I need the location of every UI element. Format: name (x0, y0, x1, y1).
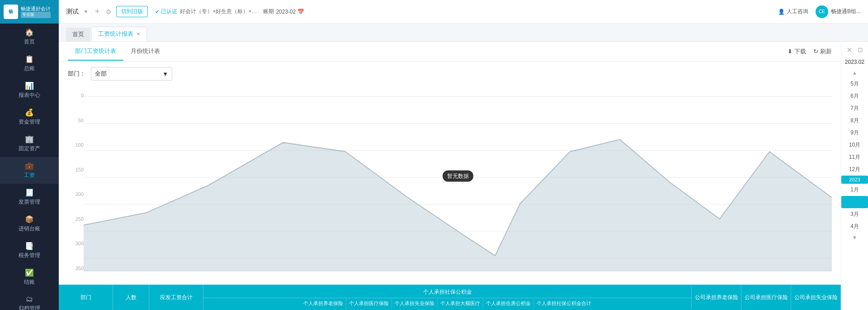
sidebar-item-fund-management[interactable]: 💰 资金管理 (0, 104, 59, 130)
month-nav-down-icon[interactable]: ▼ (850, 233, 859, 243)
download-icon: ⬇ (788, 48, 793, 55)
ledger-icon: 📋 (25, 55, 34, 63)
subtabs-left: 部门工资统计表 月份统计表 (68, 43, 167, 61)
tab-close-icon[interactable]: ✕ (136, 31, 140, 37)
settlement-icon: ✅ (25, 268, 34, 277)
invoice-icon: 🧾 (25, 188, 34, 197)
help-icon: 👤 (778, 9, 785, 15)
y-label-50: 50 (68, 118, 84, 123)
report-icon: 📊 (25, 81, 34, 90)
home-icon: 🏠 (25, 28, 34, 37)
tab-salary-report[interactable]: 工资统计报表 ✕ (91, 27, 147, 41)
certified-badge: ✔ 已认证 (155, 8, 177, 15)
month-4[interactable]: 4月 (841, 220, 868, 233)
y-label-300: 300 (68, 241, 84, 246)
dept-select[interactable]: 全部 ▼ (91, 67, 172, 81)
project-name: 测试 (66, 8, 79, 16)
period-info: 账期 2023-02 📅 (263, 8, 304, 15)
avatar: CE (816, 5, 828, 18)
month-2[interactable]: 2月 (841, 196, 868, 208)
month-10[interactable]: 10月 (841, 139, 868, 151)
sidebar-item-archive[interactable]: 🗂 归档管理 (0, 291, 59, 310)
user-menu[interactable]: CE 畅捷通B组... (816, 5, 861, 18)
month-9[interactable]: 9月 (841, 127, 868, 139)
month-11[interactable]: 11月 (841, 151, 868, 163)
right-panel: ✕ ⊡ 2023.02 ▲ 5月 6月 7月 8月 9月 10月 11月 12月… (841, 42, 868, 310)
subtabs-right: ⬇ 下载 ↻ 刷新 (788, 48, 832, 56)
th-total-salary: 应发工资合计 (149, 285, 203, 310)
settings-gear-icon[interactable]: ⚙ (106, 8, 112, 15)
table-header: 部门 人数 应发工资合计 个人承担社保公积金 个人承担养老保险 个人承担医疗 (59, 285, 841, 310)
add-project-button[interactable]: + (93, 6, 102, 17)
th-group-title: 个人承担社保公积金 (203, 286, 691, 298)
subtab-dept-salary[interactable]: 部门工资统计表 (68, 43, 123, 61)
month-7[interactable]: 7月 (841, 102, 868, 114)
month-nav-up-icon[interactable]: ▲ (850, 68, 859, 78)
filter-row: 部门： 全部 ▼ (59, 62, 841, 86)
certified-icon: ✔ (155, 9, 160, 15)
chart-body: 暂无数据 (84, 91, 832, 280)
sidebar-item-salary[interactable]: 💼 工资 (0, 157, 59, 184)
y-label-250: 250 (68, 216, 84, 222)
th-personal-pension: 个人承担养老保险 (301, 298, 346, 309)
th-personal-medical: 个人承担医疗保险 (346, 298, 392, 309)
sidebar-item-fixed-assets[interactable]: 🏢 固定资产 (0, 130, 59, 157)
sidebar-item-invoice[interactable]: 🧾 发票管理 (0, 184, 59, 210)
content-area: 部门工资统计表 月份统计表 ⬇ 下载 ↻ 刷新 (59, 42, 868, 310)
th-company-pension: 公司承担养老保险 (692, 285, 741, 310)
main-area: 测试 ▼ + ⚙ 切到旧版 ✔ 已认证 好会计（专）+好生意（标）+… 账期 2… (59, 0, 868, 310)
y-label-350: 350 (68, 266, 84, 271)
calendar-icon[interactable]: 📅 (297, 9, 304, 15)
year-2023[interactable]: 2023 (841, 176, 868, 184)
tab-home[interactable]: 首页 (66, 28, 90, 41)
topbar-badges: ✔ 已认证 好会计（专）+好生意（标）+… (155, 8, 257, 15)
th-dept: 部门 (59, 285, 113, 310)
sidebar-item-purchase-ledger[interactable]: 📦 进销台账 (0, 210, 59, 237)
logo-text: 畅捷通好会计 专业版 (21, 5, 51, 18)
month-12[interactable]: 12月 (841, 163, 868, 176)
sidebar-item-settlement[interactable]: ✅ 结账 (0, 264, 59, 291)
year-label: 2023.02 (845, 59, 864, 65)
month-5[interactable]: 5月 (841, 78, 868, 90)
refresh-icon: ↻ (813, 48, 818, 55)
th-company-unemployment: 公司承担失业保险 (791, 285, 841, 310)
chart-wrapper: 350 300 250 200 150 100 50 0 (68, 91, 832, 280)
y-axis: 350 300 250 200 150 100 50 0 (68, 91, 84, 280)
subtab-monthly-salary[interactable]: 月份统计表 (123, 43, 167, 61)
download-button[interactable]: ⬇ 下载 (788, 48, 806, 56)
th-personal-housing-fund: 个人承担住房公积金 (483, 298, 534, 309)
fund-icon: 💰 (25, 108, 34, 117)
sidebar-item-general-ledger[interactable]: 📋 总账 (0, 50, 59, 77)
th-count: 人数 (113, 285, 149, 310)
refresh-button[interactable]: ↻ 刷新 (813, 48, 832, 56)
panel-close-icon[interactable]: ✕ (846, 45, 853, 54)
month-6[interactable]: 6月 (841, 90, 868, 102)
th-personal-unemployment: 个人承担失业保险 (392, 298, 438, 309)
sidebar-item-tax[interactable]: 📑 税务管理 (0, 237, 59, 264)
chart-svg (84, 91, 832, 280)
th-group-personal: 个人承担社保公积金 个人承担养老保险 个人承担医疗保险 个人承担失业保险 个人承… (203, 286, 692, 309)
month-8[interactable]: 8月 (841, 114, 868, 127)
th-personal-total: 个人承担社保公积金合计 (534, 298, 594, 309)
dept-filter-label: 部门： (68, 70, 85, 78)
month-nav: ▲ 5月 6月 7月 8月 9月 10月 11月 12月 2023 1月 2月 … (841, 68, 868, 243)
month-3[interactable]: 3月 (841, 208, 868, 220)
salary-icon: 💼 (25, 162, 34, 170)
month-1[interactable]: 1月 (841, 184, 868, 196)
panel-expand-icon[interactable]: ⊡ (857, 45, 864, 54)
dropdown-arrow-icon[interactable]: ▼ (83, 9, 89, 15)
chart-area: 350 300 250 200 150 100 50 0 (59, 86, 841, 285)
sidebar-logo: 畅 畅捷通好会计 专业版 (0, 0, 59, 24)
sidebar-item-home[interactable]: 🏠 首页 (0, 24, 59, 50)
topbar: 测试 ▼ + ⚙ 切到旧版 ✔ 已认证 好会计（专）+好生意（标）+… 账期 2… (59, 0, 868, 24)
sidebar-item-report-center[interactable]: 📊 报表中心 (0, 77, 59, 104)
switch-old-btn[interactable]: 切到旧版 (116, 6, 148, 17)
archive-icon: 🗂 (26, 295, 33, 303)
help-button[interactable]: 👤 人工咨询 (778, 8, 808, 15)
y-label-150: 150 (68, 167, 84, 172)
sidebar: 畅 畅捷通好会计 专业版 🏠 首页 📋 总账 📊 报表中心 💰 资金管理 🏢 固… (0, 0, 59, 310)
th-company-medical: 公司承担医疗保险 (741, 285, 791, 310)
tax-icon: 📑 (25, 242, 34, 250)
product-badges: 好会计（专）+好生意（标）+… (180, 8, 257, 15)
th-group-cols: 个人承担养老保险 个人承担医疗保险 个人承担失业保险 个人承担大额医疗 个人承担 (301, 298, 594, 309)
